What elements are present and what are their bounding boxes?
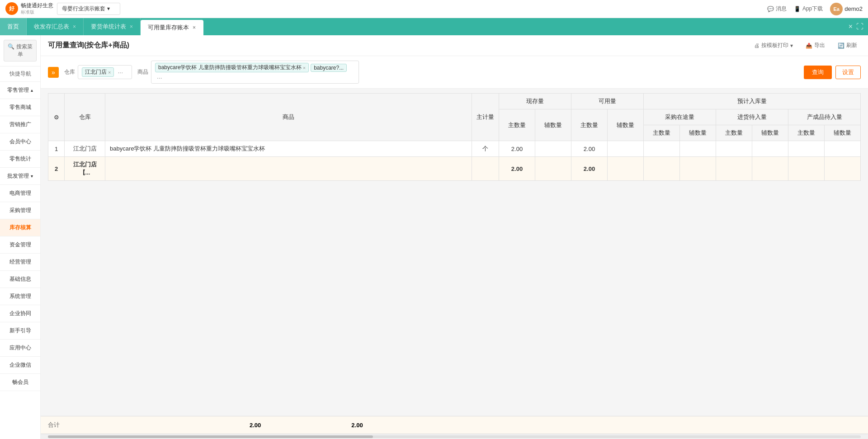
sidebar-item-quick-nav[interactable]: 快捷导航	[0, 66, 40, 82]
goods-tag-1[interactable]: babycare学饮杯 儿童防摔防撞吸管杯重力球吸嘴杯宝宝水杯 ×	[155, 63, 309, 72]
sidebar-item-system[interactable]: 系统管理	[0, 288, 40, 305]
chevron-down-icon: ▴	[31, 88, 33, 93]
table-row: 1 江北门店 babycare学饮杯 儿童防摔防撞吸管杯重力球吸嘴杯宝宝水杯 个…	[48, 141, 861, 157]
filter-more-icon[interactable]: ···	[155, 74, 164, 81]
th-product-main: 主数量	[788, 125, 825, 141]
th-product-pending: 产成品待入量	[788, 109, 861, 125]
sidebar: 🔍 搜索菜单 快捷导航 零售管理 ▴ 零售商城 营销推广 会员中心 零售统计 批…	[0, 35, 41, 439]
sidebar-label-wechat: 企业微信	[9, 361, 31, 369]
row-purchase-aux	[680, 141, 716, 157]
tab-receivable-label: 收发存汇总表	[34, 23, 69, 31]
app-download-button[interactable]: 📱 App下载	[794, 5, 823, 13]
sidebar-item-app-center[interactable]: 应用中心	[0, 340, 40, 357]
close-icon[interactable]: ×	[130, 24, 133, 30]
query-button[interactable]: 查询	[804, 66, 832, 79]
scrollbar-thumb[interactable]	[48, 435, 373, 438]
table-container[interactable]: ⚙ 仓库 商品 主计量 现存量	[41, 89, 868, 416]
sidebar-item-wholesale[interactable]: 批发管理 ▾	[0, 168, 40, 185]
row-available-main: 2.00	[571, 157, 608, 181]
warehouse-filter-group: 仓库 江北门店 × ···	[64, 65, 132, 79]
sidebar-item-purchase[interactable]: 采购管理	[0, 202, 40, 219]
sidebar-item-operations[interactable]: 经营管理	[0, 254, 40, 271]
sidebar-item-retail-stats[interactable]: 零售统计	[0, 151, 40, 168]
user-profile[interactable]: Ea demo2	[830, 3, 863, 15]
footer-total: 合计 2.00 2.00	[41, 416, 868, 434]
sidebar-item-retail-mall[interactable]: 零售商城	[0, 99, 40, 116]
chevron-down-icon: ▾	[107, 5, 110, 12]
tag-close-icon[interactable]: ×	[303, 65, 306, 71]
sidebar-search-area: 🔍 搜索菜单	[0, 35, 40, 66]
row-goods: babycare学饮杯 儿童防摔防撞吸管杯重力球吸嘴杯宝宝水杯	[105, 141, 472, 157]
row-available-main: 2.00	[571, 141, 608, 157]
industry-selector[interactable]: 母婴行业演示账套 ▾	[57, 3, 120, 15]
sidebar-item-marketing[interactable]: 营销推广	[0, 116, 40, 133]
sidebar-item-member[interactable]: 会员中心	[0, 133, 40, 151]
tab-order-stats[interactable]: 要货单统计表 ×	[84, 18, 141, 35]
th-settings[interactable]: ⚙	[48, 94, 65, 141]
sidebar-item-enterprise[interactable]: 企业协同	[0, 305, 40, 322]
sidebar-label-inventory: 库存核算	[9, 224, 31, 231]
bottom-scrollbar[interactable]	[41, 434, 868, 439]
main-layout: 🔍 搜索菜单 快捷导航 零售管理 ▴ 零售商城 营销推广 会员中心 零售统计 批…	[0, 35, 868, 439]
th-purchase-in-transit: 采购在途量	[644, 109, 716, 125]
data-table: ⚙ 仓库 商品 主计量 现存量	[48, 93, 861, 181]
row-available-aux	[608, 157, 644, 181]
close-icon[interactable]: ×	[193, 24, 196, 31]
expand-icon[interactable]: ⛶	[856, 23, 863, 31]
row-product-main	[788, 141, 825, 157]
tab-home[interactable]: 首页	[0, 18, 27, 35]
sidebar-label-vip: 畅会员	[12, 378, 28, 386]
filter-more-icon[interactable]: ···	[116, 69, 125, 76]
close-icon[interactable]: ×	[73, 24, 76, 30]
tab-receivable[interactable]: 收发存汇总表 ×	[27, 18, 84, 35]
sidebar-item-ecommerce[interactable]: 电商管理	[0, 185, 40, 202]
row-index: 2	[48, 157, 65, 181]
search-menu-button[interactable]: 🔍 搜索菜单	[4, 40, 37, 61]
header-right: 💬 消息 📱 App下载 Ea demo2	[767, 3, 863, 15]
goods-tag-2[interactable]: babycare?...	[311, 64, 347, 72]
message-label: 消息	[776, 5, 787, 13]
tab-order-stats-label: 要货单统计表	[91, 23, 126, 31]
row-product-aux	[825, 157, 861, 181]
print-chevron-icon: ▾	[790, 42, 793, 49]
sidebar-item-finance[interactable]: 资金管理	[0, 236, 40, 254]
print-button[interactable]: 🖨 按模板打印 ▾	[750, 40, 797, 51]
sidebar-item-basic[interactable]: 基础信息	[0, 271, 40, 288]
settings-button[interactable]: 设置	[835, 66, 861, 79]
sidebar-label-enterprise: 企业协同	[9, 310, 31, 317]
refresh-icon: 🔄	[838, 42, 844, 49]
sidebar-label-member: 会员中心	[9, 138, 31, 146]
sidebar-label-finance: 资金管理	[9, 241, 31, 249]
sidebar-item-onboarding[interactable]: 新手引导	[0, 322, 40, 340]
sidebar-item-retail[interactable]: 零售管理 ▴	[0, 82, 40, 99]
tab-available-stock[interactable]: 可用量库存账本 ×	[141, 20, 203, 35]
table-row: 2 江北门店【... 2.00 2.00	[48, 157, 861, 181]
scrollbar-track[interactable]	[48, 435, 861, 438]
refresh-button[interactable]: 🔄 刷新	[834, 40, 861, 51]
tab-available-stock-label: 可用量库存账本	[148, 24, 189, 32]
row-unit	[472, 157, 499, 181]
tag-close-icon[interactable]: ×	[108, 70, 111, 75]
row-current-aux	[535, 157, 571, 181]
th-planned-in: 预计入库量	[644, 94, 861, 109]
sidebar-item-wechat[interactable]: 企业微信	[0, 357, 40, 374]
row-goods-aux	[752, 141, 788, 157]
message-button[interactable]: 💬 消息	[767, 5, 787, 13]
row-current-main: 2.00	[499, 157, 535, 181]
filter-expand-button[interactable]: »	[48, 67, 59, 78]
warehouse-filter-input[interactable]: 江北门店 × ···	[78, 65, 132, 79]
close-all-icon[interactable]: ×	[849, 23, 853, 31]
sidebar-label-onboarding: 新手引导	[9, 327, 31, 335]
th-current-main-qty: 主数量	[499, 109, 535, 141]
goods-filter-input[interactable]: babycare学饮杯 儿童防摔防撞吸管杯重力球吸嘴杯宝宝水杯 × babyca…	[151, 61, 359, 84]
sidebar-label-basic: 基础信息	[9, 275, 31, 283]
goods-tag-text-2: babycare?...	[314, 65, 344, 71]
export-button[interactable]: 📤 导出	[802, 40, 829, 51]
warehouse-tag-1[interactable]: 江北门店 ×	[82, 67, 114, 77]
sidebar-item-vip[interactable]: 畅会员	[0, 374, 40, 391]
sidebar-label-ecommerce: 电商管理	[9, 189, 31, 197]
sidebar-item-inventory[interactable]: 库存核算	[0, 219, 40, 236]
row-goods-aux	[752, 157, 788, 181]
sidebar-label-retail: 零售管理	[7, 86, 29, 94]
row-product-main	[788, 157, 825, 181]
